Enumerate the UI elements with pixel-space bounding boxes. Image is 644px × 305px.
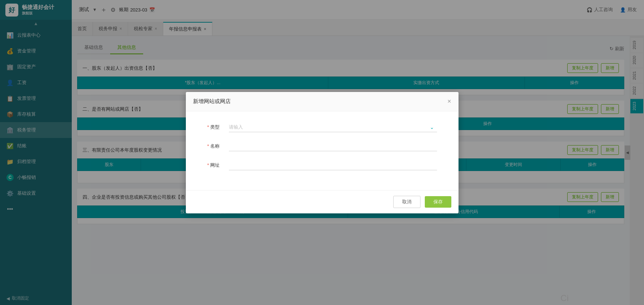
dialog-close-btn[interactable]: × (447, 98, 451, 105)
name-input[interactable] (229, 141, 437, 151)
dialog-overlay: 新增网站或网店 × * 类型 * 名称 (0, 0, 644, 305)
form-row-url: * 网址 (207, 160, 437, 170)
add-website-dialog: 新增网站或网店 × * 类型 * 名称 (186, 92, 459, 213)
dialog-header: 新增网站或网店 × (186, 92, 459, 111)
required-star-name: * (207, 143, 209, 149)
save-btn[interactable]: 保存 (425, 196, 451, 208)
dialog-title: 新增网站或网店 (193, 98, 231, 105)
form-row-type: * 类型 (207, 122, 437, 132)
form-row-name: * 名称 (207, 141, 437, 151)
type-input[interactable] (229, 122, 437, 132)
cancel-btn[interactable]: 取消 (393, 196, 420, 208)
url-input[interactable] (229, 160, 437, 170)
dialog-body: * 类型 * 名称 * 网址 (186, 111, 459, 190)
required-star-type: * (207, 124, 209, 130)
required-star-url: * (207, 162, 209, 168)
dialog-footer: 取消 保存 (186, 190, 459, 213)
